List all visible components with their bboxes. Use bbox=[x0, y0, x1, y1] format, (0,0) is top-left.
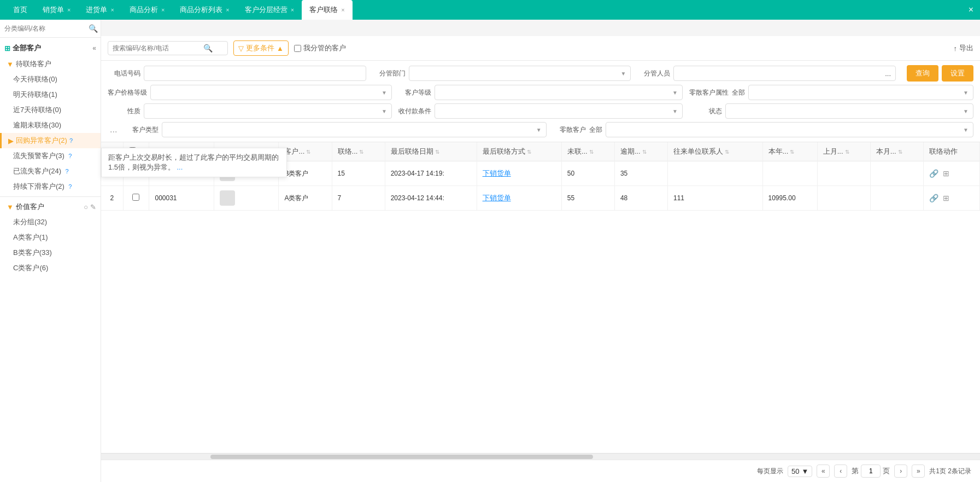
nav-sales-order-close[interactable]: × bbox=[67, 7, 71, 13]
filter-dept-field: 分管部门 ▼ bbox=[373, 66, 631, 81]
export-button[interactable]: ↑ 导出 bbox=[954, 43, 974, 53]
close-all-button[interactable]: × bbox=[969, 5, 973, 15]
page-last-btn[interactable]: » bbox=[912, 464, 925, 478]
sidebar-item-churn-warning[interactable]: 流失预警客户(3) ? bbox=[0, 148, 101, 164]
row1-way[interactable]: 下销货单 bbox=[477, 161, 561, 186]
sidebar-item-overdue[interactable]: 逾期未联络(30) bbox=[0, 118, 101, 133]
page-number-input[interactable] bbox=[861, 464, 881, 478]
sidebar-pending-section[interactable]: ▼ 待联络客户 bbox=[0, 56, 101, 72]
filter-price-field: 客户价格等级 ▼ bbox=[108, 85, 392, 100]
th-contact[interactable]: 联络...⇅ bbox=[332, 142, 385, 161]
row2-checkbox[interactable] bbox=[123, 186, 149, 211]
sidebar-item-tomorrow[interactable]: 明天待联络(1) bbox=[0, 87, 101, 102]
sidebar-item-a-class[interactable]: A类客户(1) bbox=[0, 230, 101, 245]
sort-tmonth-icon: ⇅ bbox=[898, 149, 902, 155]
sidebar-item-today[interactable]: 今天待联络(0) bbox=[0, 72, 101, 87]
nav-home[interactable]: 首页 bbox=[5, 0, 35, 20]
th-overdue[interactable]: 逾期...⇅ bbox=[614, 142, 667, 161]
page-first-btn[interactable]: « bbox=[817, 464, 830, 478]
row2-avatar bbox=[220, 190, 235, 206]
filter-customer-level-field: 客户等级 ▼ bbox=[398, 85, 683, 100]
page-next-btn[interactable]: › bbox=[894, 464, 907, 478]
nav-purchase-order-close[interactable]: × bbox=[110, 7, 114, 13]
sidebar-search-icon[interactable]: 🔍 bbox=[89, 24, 98, 33]
nav-purchase-order[interactable]: 进货单 × bbox=[78, 0, 121, 20]
sidebar-value-customers[interactable]: ▼ 价值客户 ○ ✎ bbox=[0, 199, 101, 214]
row2-index: 2 bbox=[101, 186, 123, 211]
sidebar-item-c-class[interactable]: C类客户(6) bbox=[0, 260, 101, 276]
nav-customer-tier-close[interactable]: × bbox=[291, 7, 294, 13]
repurchase-help-icon[interactable]: ? bbox=[69, 137, 73, 144]
row2-lmonth bbox=[817, 186, 870, 211]
nav-product-analysis-list[interactable]: 商品分析列表 × bbox=[172, 0, 237, 20]
filter-search-input[interactable] bbox=[113, 44, 200, 52]
sort-contact-icon: ⇅ bbox=[359, 149, 363, 155]
th-last-contact-way[interactable]: 最后联络方式⇅ bbox=[477, 142, 561, 161]
page-prev-btn[interactable]: ‹ bbox=[834, 464, 847, 478]
sidebar-item-declining[interactable]: 持续下滑客户(2) ? bbox=[0, 179, 101, 194]
my-customer-checkbox[interactable] bbox=[294, 45, 301, 52]
row1-year bbox=[762, 161, 817, 186]
sidebar-search-input[interactable] bbox=[4, 25, 86, 32]
row1-overdue: 35 bbox=[614, 161, 667, 186]
row1-link-icon[interactable]: 🔗 bbox=[929, 169, 938, 178]
phone-input[interactable] bbox=[144, 66, 366, 81]
sidebar-all-customers[interactable]: ⊞ 全部客户 « bbox=[0, 40, 101, 56]
sort-unreached-icon: ⇅ bbox=[589, 149, 594, 155]
th-last-month[interactable]: 上月...⇅ bbox=[817, 142, 870, 161]
sidebar-edit-icon[interactable]: ✎ bbox=[90, 203, 96, 211]
filter-search-box: 🔍 bbox=[108, 41, 228, 55]
nav-customer-tier[interactable]: 客户分层经营 × bbox=[237, 0, 302, 20]
th-this-month[interactable]: 本月...⇅ bbox=[870, 142, 923, 161]
filter-row-2: 客户价格等级 ▼ 客户等级 ▼ 零散客户属性 全部 ▼ bbox=[108, 85, 973, 100]
row2-way[interactable]: 下销货单 bbox=[477, 186, 561, 211]
th-unreached[interactable]: 未联...⇅ bbox=[561, 142, 614, 161]
payment-select[interactable]: ▼ bbox=[435, 103, 683, 119]
sidebar-item-unassigned[interactable]: 未分组(32) bbox=[0, 214, 101, 230]
sidebar-divider bbox=[0, 196, 101, 197]
customer-type-select[interactable]: ▼ bbox=[162, 122, 546, 137]
row2-check[interactable] bbox=[132, 194, 139, 201]
sort-way-icon: ⇅ bbox=[527, 149, 531, 155]
customer-level-select[interactable]: ▼ bbox=[435, 85, 683, 100]
row2-link-icon[interactable]: 🔗 bbox=[929, 194, 938, 202]
more-filter-dots[interactable]: ... bbox=[108, 125, 119, 135]
retail-customer-select[interactable]: ▼ bbox=[606, 122, 973, 137]
query-button[interactable]: 查询 bbox=[907, 65, 938, 82]
filter-more-conditions[interactable]: ▽ 更多条件 ▲ bbox=[233, 40, 289, 56]
sidebar-item-repurchase[interactable]: ▶ 回购异常客户(2) ? bbox=[0, 133, 101, 148]
row2-grid-icon[interactable]: ⊞ bbox=[943, 194, 949, 202]
export-icon: ↑ bbox=[954, 44, 958, 53]
h-scroll-bar[interactable] bbox=[101, 453, 980, 460]
nav-sales-order[interactable]: 销货单 × bbox=[35, 0, 78, 20]
filter-search-icon[interactable]: 🔍 bbox=[203, 44, 213, 53]
sidebar-refresh-icon[interactable]: ○ bbox=[84, 203, 88, 211]
th-company-contact[interactable]: 往来单位联系人⇅ bbox=[668, 142, 763, 161]
filter-my-customer[interactable]: 我分管的客户 bbox=[294, 43, 346, 53]
nav-product-analysis-close[interactable]: × bbox=[161, 7, 165, 13]
setting-button[interactable]: 设置 bbox=[942, 65, 973, 82]
row1-date: 2023-04-17 14:19: bbox=[385, 161, 477, 186]
nav-customer-contact-close[interactable]: × bbox=[341, 7, 344, 13]
page-size-select[interactable]: 50 ▼ bbox=[788, 466, 812, 477]
row1-tmonth bbox=[870, 161, 923, 186]
sidebar-item-churned[interactable]: 已流失客户(24) ? bbox=[0, 164, 101, 179]
th-last-contact-date[interactable]: 最后联络日期⇅ bbox=[385, 142, 477, 161]
th-this-year[interactable]: 本年...⇅ bbox=[762, 142, 817, 161]
gender-select[interactable]: ▼ bbox=[144, 103, 392, 119]
nav-customer-contact[interactable]: 客户联络 × bbox=[302, 0, 352, 20]
sidebar-item-7days[interactable]: 近7天待联络(0) bbox=[0, 102, 101, 118]
dept-select[interactable]: ▼ bbox=[409, 66, 631, 81]
status-select[interactable]: ▼ bbox=[725, 103, 973, 119]
h-scroll-thumb[interactable] bbox=[210, 455, 593, 459]
nav-product-analysis[interactable]: 商品分析 × bbox=[122, 0, 172, 20]
filter-btn-group: 查询 设置 bbox=[907, 65, 973, 82]
price-level-select[interactable]: ▼ bbox=[150, 85, 392, 100]
row1-grid-icon[interactable]: ⊞ bbox=[943, 169, 949, 178]
retail-attr-select[interactable]: ▼ bbox=[748, 85, 973, 100]
sidebar-item-b-class[interactable]: B类客户(33) bbox=[0, 245, 101, 260]
sort-company-icon: ⇅ bbox=[725, 149, 729, 155]
dots-more[interactable]: ... bbox=[177, 163, 183, 171]
person-select[interactable]: ... bbox=[673, 66, 896, 81]
nav-product-analysis-list-close[interactable]: × bbox=[226, 7, 229, 13]
